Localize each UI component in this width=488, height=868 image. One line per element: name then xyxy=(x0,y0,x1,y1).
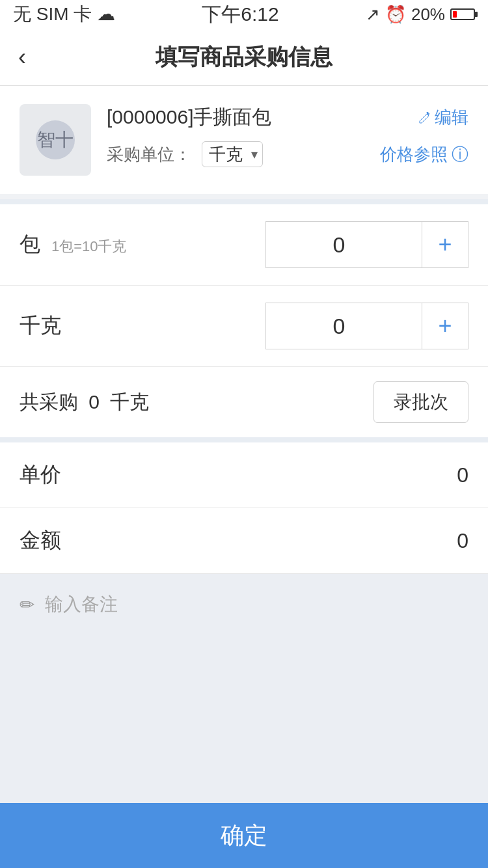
product-logo: 智十 xyxy=(33,117,78,163)
price-ref-info-icon: ⓘ xyxy=(452,143,468,166)
kg-input-row: 千克 + xyxy=(0,286,488,367)
bao-plus-button[interactable]: + xyxy=(422,221,468,268)
price-ref-label: 价格参照 xyxy=(380,143,448,166)
bao-sub-label: 1包=10千克 xyxy=(51,238,127,254)
unit-select-wrapper[interactable]: 千克 包 xyxy=(202,141,263,167)
status-left: 无 SIM 卡 ☁ xyxy=(13,2,115,27)
bao-label: 包 xyxy=(20,232,40,256)
amount-row: 金额 0 xyxy=(0,508,488,574)
notes-placeholder: 输入备注 xyxy=(45,592,118,617)
content-spacer xyxy=(0,635,488,830)
product-name: [0000006]手撕面包 xyxy=(107,104,271,131)
bao-input-right: + xyxy=(265,221,468,268)
status-bar: 无 SIM 卡 ☁ 下午6:12 ↗ ⏰ 20% xyxy=(0,0,488,29)
amount-label: 金额 xyxy=(20,526,61,555)
total-amount: 0 xyxy=(88,391,100,413)
section-divider-1 xyxy=(0,199,488,204)
location-icon: ↗ xyxy=(366,5,380,25)
pencil-icon: ✏ xyxy=(20,594,34,616)
unit-price-value: 0 xyxy=(457,463,468,487)
edit-button[interactable]: 编辑 xyxy=(418,106,468,129)
kg-label: 千克 xyxy=(20,314,61,337)
price-reference-button[interactable]: 价格参照 ⓘ xyxy=(380,143,468,166)
product-info: [0000006]手撕面包 编辑 采购单位： 千克 包 xyxy=(107,104,468,167)
status-right: ↗ ⏰ 20% xyxy=(366,5,475,25)
status-time: 下午6:12 xyxy=(202,1,278,28)
input-section: 包 1包=10千克 + 千克 + xyxy=(0,204,488,367)
back-button[interactable]: ‹ xyxy=(18,44,26,71)
bao-input-row: 包 1包=10千克 + xyxy=(0,204,488,286)
sim-status: 无 SIM 卡 ☁ xyxy=(13,2,115,27)
unit-price-label: 单价 xyxy=(20,461,61,489)
edit-label: 编辑 xyxy=(435,106,468,129)
battery-percent: 20% xyxy=(411,5,445,25)
kg-quantity-input[interactable] xyxy=(265,303,422,349)
notes-section[interactable]: ✏ 输入备注 xyxy=(0,574,488,635)
amount-value: 0 xyxy=(457,529,468,553)
product-thumbnail: 智十 xyxy=(20,104,91,176)
product-card: 智十 [0000006]手撕面包 编辑 采购单位： xyxy=(0,86,488,199)
confirm-button[interactable]: 确定 xyxy=(221,820,267,852)
batch-button[interactable]: 录批次 xyxy=(373,381,468,423)
kg-input-right: + xyxy=(265,303,468,349)
page-title: 填写商品采购信息 xyxy=(156,42,332,72)
unit-label: 采购单位： xyxy=(107,143,191,166)
total-row: 共采购 0 千克 录批次 xyxy=(0,367,488,442)
edit-icon xyxy=(418,111,432,125)
unit-select[interactable]: 千克 包 xyxy=(202,141,263,167)
total-text: 共采购 0 千克 xyxy=(20,389,149,416)
svg-text:智十: 智十 xyxy=(37,129,74,150)
nav-bar: ‹ 填写商品采购信息 xyxy=(0,29,488,86)
total-unit: 千克 xyxy=(110,391,149,413)
bao-quantity-input[interactable] xyxy=(265,221,422,268)
kg-plus-button[interactable]: + xyxy=(422,303,468,349)
unit-price-row: 单价 0 xyxy=(0,442,488,508)
battery-icon xyxy=(450,8,475,20)
alarm-icon: ⏰ xyxy=(385,5,406,25)
confirm-bar[interactable]: 确定 xyxy=(0,803,488,868)
total-prefix: 共采购 xyxy=(20,391,78,413)
info-section: 单价 0 金额 0 xyxy=(0,442,488,574)
